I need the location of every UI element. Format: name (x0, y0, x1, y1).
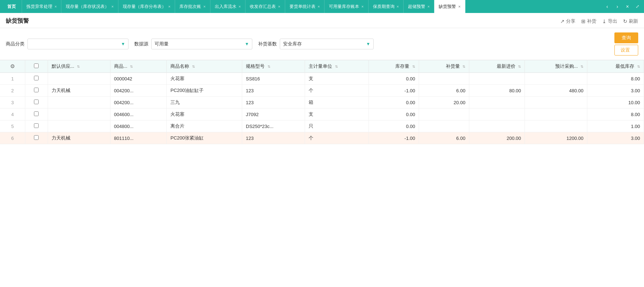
row-checkbox[interactable] (34, 76, 39, 80)
tab-prev-button[interactable]: ‹ (602, 1, 612, 12)
tab-close-all-button[interactable]: × (622, 1, 632, 12)
col-header-latest-price[interactable]: 最新进价 ⇅ (469, 60, 525, 73)
export-label: 导出 (608, 18, 617, 25)
tab-overstock[interactable]: 超储预警 × (404, 0, 434, 13)
share-label: 分享 (566, 18, 575, 25)
tab-demand-stats-close[interactable]: × (318, 4, 320, 9)
row-checkbox-cell[interactable] (25, 120, 48, 132)
tab-nav-buttons: ‹ › × ⤢ (602, 1, 643, 12)
table-row[interactable]: 1 0000042 火花塞 SS816 支 0.00 8.00 (0, 73, 644, 85)
row-estimated-purchase (525, 109, 587, 120)
tab-receive-summary-close[interactable]: × (278, 4, 280, 9)
tab-available-ledger-close[interactable]: × (361, 4, 364, 9)
datasource-select-value: 可用量 (155, 41, 169, 47)
export-action[interactable]: ⤓ 导出 (602, 18, 617, 25)
tab-shortage[interactable]: 缺货预警 × (434, 0, 465, 13)
tab-fullscreen-button[interactable]: ⤢ (632, 1, 643, 12)
row-supplier (48, 73, 110, 85)
col-spec-sort-icon: ⇅ (267, 65, 270, 69)
tab-receive-summary[interactable]: 收发存汇总表 × (245, 0, 285, 13)
tab-overstock-close[interactable]: × (427, 4, 430, 9)
col-header-checkbox[interactable] (25, 60, 48, 73)
row-supplier: 力天机械 (48, 132, 110, 144)
row-spec: SS816 (242, 73, 305, 85)
tab-home-label: 首页 (7, 4, 16, 10)
col-header-stock[interactable]: 库存量 ⇅ (369, 60, 419, 73)
select-all-checkbox[interactable] (34, 63, 39, 68)
share-action[interactable]: ↗ 分享 (560, 18, 575, 25)
row-checkbox[interactable] (34, 100, 39, 104)
col-header-unit[interactable]: 主计量单位 ⇅ (305, 60, 369, 73)
table-row[interactable]: 3 004200... 三九 123 箱 0.00 20.00 10.00 (0, 97, 644, 109)
tab-stock-status-label: 现存量（库存状况表） (66, 4, 109, 10)
row-stock: -1.00 (369, 85, 419, 97)
tab-receive-summary-label: 收发存汇总表 (250, 4, 276, 10)
row-replenish: 20.00 (419, 97, 469, 109)
tab-shortage-close[interactable]: × (458, 4, 460, 9)
col-header-replenish[interactable]: 补货量 ⇅ (419, 60, 469, 73)
row-checkbox-cell[interactable] (25, 97, 48, 109)
replenish-base-select-arrow: ▼ (366, 41, 370, 47)
row-spec: 123 (242, 85, 305, 97)
row-checkbox[interactable] (34, 111, 39, 116)
col-header-settings[interactable]: ⚙ (0, 60, 25, 73)
col-header-spec[interactable]: 规格型号 ⇅ (242, 60, 305, 73)
tab-expiry-query[interactable]: 保质期查询 × (369, 0, 404, 13)
col-estimated-label: 预计采购... (555, 63, 578, 69)
replenish-action[interactable]: ⊞ 补货 (581, 18, 596, 25)
col-unit-label: 主计量单位 (309, 63, 332, 69)
col-replenish-label: 补货量 (446, 63, 460, 69)
table-header-row: ⚙ 默认供应... ⇅ 商品... ⇅ 商品名称 ⇅ (0, 60, 644, 73)
row-checkbox[interactable] (34, 135, 39, 140)
refresh-action[interactable]: ↻ 刷新 (623, 18, 638, 25)
row-spec: 123 (242, 132, 305, 144)
tab-demand-stats[interactable]: 要货单统计表 × (285, 0, 325, 13)
row-checkbox-cell[interactable] (25, 132, 48, 144)
tab-flow[interactable]: 出入库流水 × (210, 0, 245, 13)
settings-button[interactable]: 设置 (614, 45, 638, 56)
tab-home[interactable]: 首页 (1, 0, 22, 13)
row-index: 2 (0, 85, 25, 97)
tab-stock-dist[interactable]: 现存量（库存分布表） × (118, 0, 175, 13)
table-row[interactable]: 2 力天机械 004200... PC200油缸缸子 123 个 -1.00 6… (0, 85, 644, 97)
col-header-min-stock[interactable]: 最低库存 ⇅ (587, 60, 644, 73)
row-index: 4 (0, 109, 25, 120)
category-select-arrow: ▼ (121, 41, 125, 47)
gear-icon[interactable]: ⚙ (10, 63, 15, 69)
col-header-code[interactable]: 商品... ⇅ (110, 60, 167, 73)
table-row[interactable]: 4 004600... 火花塞 J7092 支 0.00 8.00 (0, 109, 644, 120)
category-filter-label: 商品分类 (6, 41, 25, 47)
query-button[interactable]: 查询 (614, 32, 638, 43)
col-header-supplier[interactable]: 默认供应... ⇅ (48, 60, 110, 73)
row-checkbox[interactable] (34, 123, 39, 128)
col-replenish-sort-icon: ⇅ (462, 65, 465, 69)
tab-stock-dist-close[interactable]: × (168, 4, 170, 9)
category-select[interactable]: ▼ (27, 39, 129, 49)
tab-batch[interactable]: 库存批次账 × (175, 0, 210, 13)
tab-exception-close[interactable]: × (55, 4, 57, 9)
tab-expiry-query-close[interactable]: × (397, 4, 399, 9)
tab-exception[interactable]: 拣货异常处理 × (22, 0, 61, 13)
tab-flow-close[interactable]: × (239, 4, 241, 9)
page-content: 缺货预警 ↗ 分享 ⊞ 补货 ⤓ 导出 ↻ 刷新 商品分类 (0, 13, 644, 287)
tab-next-button[interactable]: › (612, 1, 622, 12)
tab-available-ledger-label: 可用量库存账本 (329, 4, 359, 10)
tab-stock-status-close[interactable]: × (111, 4, 113, 9)
col-header-estimated[interactable]: 预计采购... ⇅ (525, 60, 587, 73)
row-checkbox-cell[interactable] (25, 85, 48, 97)
tab-batch-close[interactable]: × (203, 4, 205, 9)
tab-stock-status[interactable]: 现存量（库存状况表） × (61, 0, 118, 13)
row-checkbox-cell[interactable] (25, 109, 48, 120)
replenish-base-select[interactable]: 安全库存 ▼ (280, 39, 374, 49)
row-name: PC200张紧油缸 (167, 132, 242, 144)
row-checkbox[interactable] (34, 88, 39, 92)
tab-available-ledger[interactable]: 可用量库存账本 × (325, 0, 368, 13)
datasource-filter-group: 数据源 可用量 ▼ (134, 39, 252, 49)
col-header-name[interactable]: 商品名称 ⇅ (167, 60, 242, 73)
row-checkbox-cell[interactable] (25, 73, 48, 85)
row-min-stock: 1.00 (587, 120, 644, 132)
row-replenish: 6.00 (419, 132, 469, 144)
table-row[interactable]: 6 力天机械 801110... PC200张紧油缸 123 个 -1.00 6… (0, 132, 644, 144)
table-row[interactable]: 5 004800... 离合片 DS250*23c... 只 0.00 1.00 (0, 120, 644, 132)
datasource-select[interactable]: 可用量 ▼ (151, 39, 252, 49)
